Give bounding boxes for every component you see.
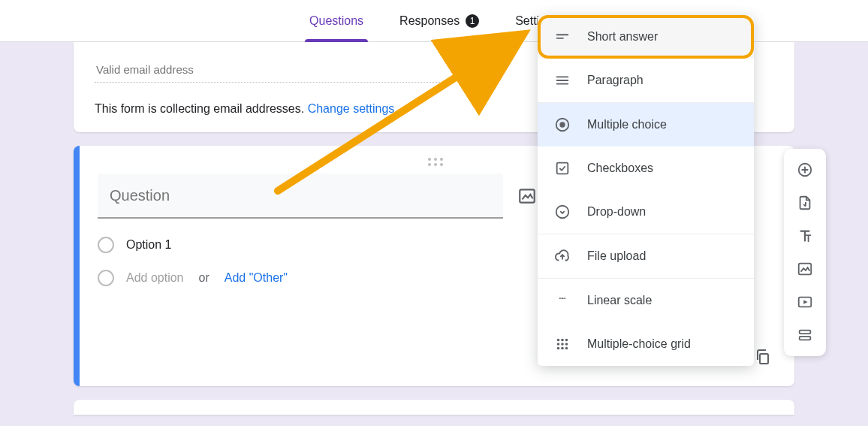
type-linear-scale-label: Linear scale: [587, 294, 652, 307]
radio-checked-icon: [554, 116, 571, 133]
svg-point-3: [559, 122, 565, 127]
type-mc-grid-label: Multiple-choice grid: [587, 337, 691, 351]
svg-rect-4: [557, 163, 568, 174]
copy-icon: [754, 348, 772, 366]
type-short-answer[interactable]: Short answer: [538, 15, 754, 59]
duplicate-button[interactable]: [752, 346, 773, 367]
type-dropdown[interactable]: Drop-down: [538, 190, 754, 234]
tab-questions-label: Questions: [309, 14, 363, 28]
video-icon: [797, 294, 813, 310]
add-other-button[interactable]: Add "Other": [225, 271, 288, 285]
radio-icon: [98, 237, 114, 253]
type-paragraph[interactable]: Paragraph: [538, 59, 754, 102]
or-label: or: [199, 271, 209, 285]
image-icon: [797, 261, 813, 277]
svg-point-12: [557, 343, 560, 346]
section-icon: [797, 327, 813, 343]
checkbox-icon: [554, 160, 571, 177]
type-multiple-choice-label: Multiple choice: [587, 118, 667, 131]
grid-dots-icon: [554, 336, 571, 352]
svg-rect-22: [800, 331, 811, 334]
add-image-button[interactable]: [517, 186, 538, 207]
plus-circle-icon: [797, 162, 813, 178]
type-file-upload[interactable]: File upload: [538, 234, 754, 278]
import-questions-button[interactable]: [790, 188, 820, 218]
type-linear-scale[interactable]: Linear scale: [538, 279, 754, 322]
dropdown-icon: [554, 204, 571, 220]
email-input: [95, 59, 440, 83]
type-checkboxes[interactable]: Checkboxes: [538, 147, 754, 190]
linear-scale-icon: [554, 292, 571, 309]
change-settings-link[interactable]: Change settings: [308, 102, 395, 115]
add-section-button[interactable]: [790, 320, 820, 350]
image-icon: [517, 186, 537, 206]
add-option-button[interactable]: Add option: [126, 271, 184, 285]
svg-point-17: [565, 347, 568, 350]
type-checkboxes-label: Checkboxes: [587, 162, 653, 175]
text-icon: [797, 228, 813, 244]
type-short-answer-label: Short answer: [587, 30, 658, 44]
svg-point-5: [556, 206, 569, 219]
type-dropdown-label: Drop-down: [587, 205, 646, 219]
option-1-label: Option 1: [126, 238, 171, 252]
responses-count-badge: 1: [466, 14, 479, 28]
floating-toolbar: [784, 149, 826, 356]
type-paragraph-label: Paragraph: [587, 74, 643, 87]
add-question-button[interactable]: [790, 155, 820, 185]
tab-questions[interactable]: Questions: [306, 0, 366, 41]
type-file-upload-label: File upload: [587, 249, 646, 263]
svg-point-13: [561, 343, 564, 346]
radio-icon: [98, 270, 114, 286]
short-answer-icon: [554, 29, 571, 45]
cloud-upload-icon: [554, 248, 571, 264]
question-type-dropdown: Short answer Paragraph Multiple choice C…: [538, 15, 754, 366]
svg-rect-1: [760, 354, 768, 364]
type-mc-grid[interactable]: Multiple-choice grid: [538, 322, 754, 366]
svg-rect-23: [800, 337, 811, 340]
type-multiple-choice[interactable]: Multiple choice: [538, 103, 754, 147]
svg-point-14: [565, 343, 568, 346]
tab-responses-label: Responses: [399, 14, 460, 28]
email-note-text: This form is collecting email addresses.: [95, 102, 308, 115]
add-title-button[interactable]: [790, 221, 820, 251]
add-video-button[interactable]: [790, 287, 820, 317]
import-file-icon: [797, 195, 813, 211]
svg-point-11: [565, 339, 568, 342]
tab-responses[interactable]: Responses 1: [396, 0, 482, 41]
paragraph-icon: [554, 72, 571, 89]
next-card-peek: [74, 400, 794, 415]
svg-point-10: [561, 339, 564, 342]
svg-point-9: [557, 339, 560, 342]
svg-point-15: [557, 347, 560, 350]
add-image-button-toolbar[interactable]: [790, 254, 820, 284]
question-title-input[interactable]: [98, 174, 503, 219]
svg-point-16: [561, 347, 564, 350]
